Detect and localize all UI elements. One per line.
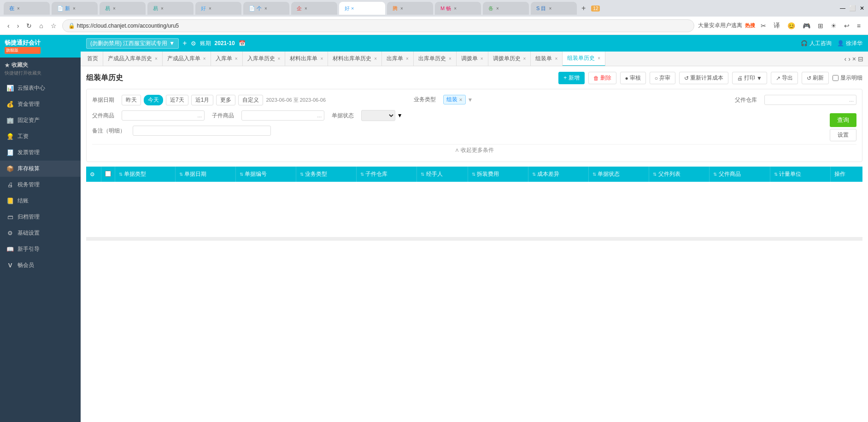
query-button[interactable]: 查询: [830, 113, 856, 127]
column-check[interactable]: [101, 167, 115, 182]
collapse-filter-btn[interactable]: ∧ 收起更多条件: [92, 144, 856, 156]
column-business-type[interactable]: ⇅ 业务类型: [296, 167, 356, 182]
tab-transfer-history[interactable]: 调拨单历史 ×: [488, 52, 531, 66]
sidebar-item-settings[interactable]: ⚙ 基础设置: [0, 225, 81, 241]
parent-goods-more-btn[interactable]: ...: [197, 112, 202, 119]
browser-tab-1[interactable]: 在 ×: [4, 2, 50, 15]
7days-btn[interactable]: 近7天: [166, 95, 188, 105]
browser-tab-10[interactable]: M 畅 ×: [435, 2, 481, 15]
calendar-icon[interactable]: 📅: [239, 40, 246, 46]
tab-assembly[interactable]: 组装单 ×: [531, 52, 563, 66]
tab-close-finished-goods[interactable]: ×: [203, 56, 206, 61]
tab-scroll-left[interactable]: ‹: [844, 55, 846, 63]
tab-finished-goods-history[interactable]: 产成品入库单历史 ×: [103, 52, 163, 66]
tab-transfer[interactable]: 调拨单 ×: [457, 52, 488, 66]
show-detail-checkbox-label[interactable]: 显示明细: [833, 74, 862, 82]
more-date-btn[interactable]: 更多: [216, 95, 235, 105]
tab-close-outbound[interactable]: ×: [406, 56, 409, 61]
back-button[interactable]: ‹: [6, 20, 12, 31]
browser-tab-11[interactable]: 各 ×: [483, 2, 529, 15]
column-gear[interactable]: ⚙: [86, 167, 101, 182]
tab-close-material-outbound[interactable]: ×: [320, 56, 323, 61]
tab-close-12[interactable]: ×: [549, 6, 551, 11]
browser-tab-9[interactable]: 腾 ×: [387, 2, 433, 15]
refresh-button[interactable]: ↻: [24, 20, 34, 31]
tab-close-10[interactable]: ×: [454, 6, 457, 11]
parent-goods-input[interactable]: [122, 110, 205, 121]
tab-finished-goods[interactable]: 产成品入库单 ×: [163, 52, 211, 66]
undo-btn[interactable]: ↩: [842, 20, 851, 31]
browser-tab-12[interactable]: S 目 ×: [531, 2, 577, 15]
sun-btn[interactable]: ☀: [829, 20, 839, 31]
settings-gear-button[interactable]: ⚙: [191, 40, 196, 47]
tab-inbound[interactable]: 入库单 ×: [211, 52, 243, 66]
tab-material-outbound[interactable]: 材料出库单 ×: [285, 52, 328, 66]
service-button[interactable]: 🎧 人工咨询: [801, 40, 832, 47]
recalculate-button[interactable]: ↺ 重新计算成本: [679, 72, 728, 84]
column-handler[interactable]: ⇅ 经手人: [417, 167, 468, 182]
sidebar-item-funds[interactable]: 💰 资金管理: [0, 96, 81, 112]
tab-close-outbound-history[interactable]: ×: [449, 56, 452, 61]
tab-material-outbound-history[interactable]: 材料出库单历史 ×: [328, 52, 382, 66]
user-profile[interactable]: 👤 徐泽华: [837, 40, 862, 47]
column-parent-list[interactable]: ⇅ 父件列表: [649, 167, 710, 182]
tab-more-options[interactable]: ⊟: [858, 55, 863, 63]
emoji-btn[interactable]: 😊: [786, 20, 797, 31]
sidebar-item-guide[interactable]: 📖 新手引导: [0, 241, 81, 257]
column-bill-status[interactable]: ⇅ 单据状态: [589, 167, 649, 182]
tab-inbound-history[interactable]: 入库单历史 ×: [243, 52, 286, 66]
audit-button[interactable]: ● 审核: [620, 72, 646, 84]
column-sub-warehouse[interactable]: ⇅ 子件仓库: [357, 167, 417, 182]
tab-close-11[interactable]: ×: [496, 6, 499, 11]
print-button[interactable]: 🖨 打印 ▼: [732, 72, 767, 84]
column-bill-date[interactable]: ⇅ 单据日期: [175, 167, 235, 182]
column-cost-diff[interactable]: ⇅ 成本差异: [528, 167, 588, 182]
column-disassemble-fee[interactable]: ⇅ 拆装费用: [468, 167, 528, 182]
show-detail-checkbox[interactable]: [833, 75, 839, 81]
close-btn[interactable]: ✕: [860, 5, 864, 12]
column-bill-type[interactable]: ⇅ 单据类型: [115, 167, 175, 182]
sub-goods-more-btn[interactable]: ...: [317, 112, 322, 119]
bookmark-button[interactable]: ☆: [49, 20, 59, 31]
forward-button[interactable]: ›: [15, 20, 21, 31]
grid-btn[interactable]: ⊞: [816, 20, 825, 31]
parent-warehouse-input[interactable]: [764, 95, 856, 105]
translate-btn[interactable]: 译: [772, 20, 782, 32]
tab-close-2[interactable]: ×: [73, 6, 76, 11]
browser-tab-8[interactable]: 好 ×: [339, 2, 385, 15]
select-all-checkbox[interactable]: [105, 171, 111, 177]
tab-home[interactable]: 首页: [82, 52, 103, 66]
add-button[interactable]: + 新增: [558, 72, 584, 84]
new-tab-button[interactable]: +: [579, 4, 588, 12]
tab-close-assembly[interactable]: ×: [555, 56, 557, 61]
sidebar-item-tax[interactable]: 🖨 税务管理: [0, 177, 81, 193]
abandon-button[interactable]: ○ 弃审: [650, 72, 675, 84]
sidebar-item-invoice[interactable]: 🧾 发票管理: [0, 145, 81, 161]
tab-close-1[interactable]: ×: [17, 6, 20, 11]
horizontal-scrollbar[interactable]: [86, 237, 862, 241]
minimize-btn[interactable]: —: [840, 5, 845, 12]
game-btn[interactable]: 🎮: [801, 20, 812, 31]
tab-close-material-outbound-history[interactable]: ×: [374, 56, 377, 61]
sidebar-item-archive[interactable]: 🗃 归档管理: [0, 209, 81, 225]
tab-close-9[interactable]: ×: [400, 6, 403, 11]
browser-tab-4[interactable]: 易 ×: [147, 2, 194, 15]
tab-close-6[interactable]: ×: [264, 6, 267, 11]
warehouse-more-btn[interactable]: ...: [849, 97, 854, 103]
custom-date-btn[interactable]: 自定义: [238, 95, 263, 105]
tab-scroll-right[interactable]: ›: [848, 55, 850, 63]
export-button[interactable]: ↗ 导出: [771, 72, 798, 84]
business-type-dropdown[interactable]: ▼: [468, 97, 473, 103]
sidebar-item-fixed-assets[interactable]: 🏢 固定资产: [0, 112, 81, 128]
tab-assembly-history[interactable]: 组装单历史 ×: [563, 52, 605, 66]
tab-close-assembly-history[interactable]: ×: [598, 56, 600, 61]
1month-btn[interactable]: 近1月: [191, 95, 214, 105]
browser-tab-7[interactable]: 企 ×: [291, 2, 337, 15]
browser-tab-3[interactable]: 易 ×: [100, 2, 146, 15]
column-bill-no[interactable]: ⇅ 单据编号: [235, 167, 296, 182]
tab-close-transfer[interactable]: ×: [481, 56, 483, 61]
tab-close-5[interactable]: ×: [209, 6, 211, 11]
tab-close-3[interactable]: ×: [113, 6, 116, 11]
sidebar-item-salary[interactable]: 👷 工资: [0, 128, 81, 145]
company-selector[interactable]: (勿删勿禁用) 江西服宝测试专用 ▼: [86, 38, 179, 49]
